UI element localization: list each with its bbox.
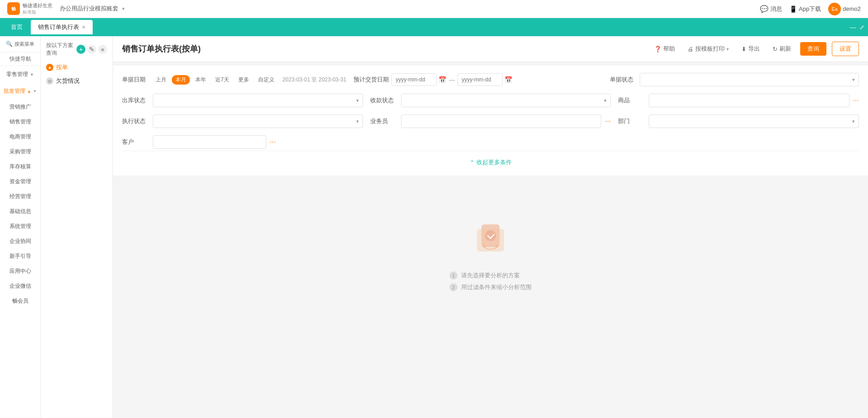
sidebar-quick-nav[interactable]: 快捷导航: [0, 52, 40, 66]
filter-area: 单据日期 上月 本月 本年 近7天 更多 自定义 2023-03-01 至 20…: [113, 66, 868, 176]
expected-date-label: 预计交货日期: [354, 76, 389, 84]
date-start-icon: 📅: [439, 76, 446, 83]
department-group: 部门 ▾: [618, 114, 859, 128]
industry-dropdown-icon[interactable]: ▾: [122, 6, 125, 12]
customer-input[interactable]: [153, 135, 266, 149]
custom-btn[interactable]: 自定义: [255, 75, 278, 85]
edit-icon: ✎: [89, 46, 94, 53]
empty-illustration: [468, 215, 513, 261]
sidebar-item-guide[interactable]: 新手引导: [0, 249, 40, 264]
last-month-btn[interactable]: 上月: [152, 75, 170, 85]
content-area: 按以下方案查询 + ✎ « ● 按单: [41, 36, 868, 418]
user-area[interactable]: Ea demo2: [828, 3, 861, 15]
more-btn[interactable]: 更多: [235, 75, 253, 85]
sidebar-item-collab[interactable]: 企业协同: [0, 234, 40, 249]
header-industry[interactable]: 办公用品行业模拟账套: [60, 5, 118, 13]
sidebar-item-basic[interactable]: 基础信息: [0, 204, 40, 219]
main-content: 销售订单执行表(按单) ❓ 帮助 🖨 按模板打印 ▾ ⬇ 导出: [113, 36, 868, 418]
print-btn[interactable]: 🖨 按模板打印 ▾: [684, 43, 732, 55]
help-btn[interactable]: ❓ 帮助: [651, 43, 679, 55]
add-scheme-btn[interactable]: +: [76, 45, 85, 54]
sidebar-item-retail[interactable]: 零售管理 ▼: [0, 66, 40, 83]
sidebar-nav-label: 快捷导航: [9, 56, 31, 62]
avatar: Ea: [828, 3, 841, 15]
sidebar-item-ecommerce[interactable]: 电商管理: [0, 129, 40, 144]
tab-minimize-icon[interactable]: —: [850, 24, 856, 31]
goods-input[interactable]: [649, 94, 849, 107]
sidebar-member-label: 畅会员: [12, 298, 28, 304]
empty-step-1: 1 请先选择要分析的方案: [449, 271, 532, 280]
this-year-btn[interactable]: 本年: [192, 75, 210, 85]
empty-step-2: 2 用过滤条件来缩小分析范围: [449, 283, 532, 291]
sidebar-item-appcenter[interactable]: 应用中心: [0, 264, 40, 279]
payment-chevron: ▾: [604, 98, 607, 104]
logo-area[interactable]: 畅 畅捷通好生意 标准版: [7, 2, 52, 15]
sidebar-item-system[interactable]: 系统管理: [0, 219, 40, 234]
refresh-btn[interactable]: ↻ 刷新: [769, 43, 795, 55]
filter-row-1: 单据日期 上月 本月 本年 近7天 更多 自定义 2023-03-01 至 20…: [122, 73, 859, 86]
salesperson-group: 业务员 ···: [370, 114, 611, 128]
sidebar-item-purchase[interactable]: 采购管理: [0, 144, 40, 159]
tab-close-icon[interactable]: ×: [82, 24, 85, 30]
svg-point-6: [495, 245, 498, 247]
sidebar-item-inventory[interactable]: 库存核算: [0, 159, 40, 174]
salesperson-input[interactable]: [401, 114, 601, 128]
tab-maximize-icon[interactable]: ⤢: [859, 24, 864, 31]
sidebar-item-wholesale[interactable]: 批发管理 ▲: [0, 83, 40, 100]
collapse-more-btn[interactable]: ⌃ 收起更多条件: [122, 155, 859, 168]
message-icon: 💬: [760, 5, 769, 13]
filter-row-4: 客户 ···: [122, 135, 859, 149]
date-range-separator: —: [449, 76, 455, 83]
last-7-days-btn[interactable]: 近7天: [212, 75, 233, 85]
query-btn[interactable]: 查询: [800, 42, 826, 56]
search-icon: 🔍: [6, 41, 13, 47]
sidebar-search[interactable]: 🔍 搜索菜单: [0, 36, 40, 52]
sidebar-search-label: 搜索菜单: [14, 41, 34, 47]
bill-status-select[interactable]: ▾: [640, 73, 859, 86]
sidebar-item-operations[interactable]: 经营管理: [0, 189, 40, 204]
step-2-num: 2: [449, 283, 458, 291]
sidebar-item-sales[interactable]: 销售管理: [0, 114, 40, 129]
message-btn[interactable]: 💬 消息: [760, 5, 782, 13]
export-btn[interactable]: ⬇ 导出: [738, 43, 764, 55]
payment-status-select[interactable]: ▾: [401, 94, 611, 107]
customer-dots[interactable]: ···: [270, 138, 276, 146]
shipment-status-select[interactable]: ▾: [153, 94, 363, 107]
sidebar-sales-label: 销售管理: [9, 119, 31, 125]
help-label: 帮助: [663, 45, 675, 53]
left-panel-item-by-order[interactable]: ● 按单: [41, 61, 113, 74]
date-range-display: 2023-03-01 至 2023-03-31: [283, 76, 346, 84]
department-select[interactable]: ▾: [649, 114, 859, 128]
top-header: 畅 畅捷通好生意 标准版 办公用品行业模拟账套 ▾ 💬 消息 📱 App下载 E…: [0, 0, 868, 18]
by-order-label: 按单: [56, 63, 68, 71]
sidebar-wholesale-label: 批发管理: [4, 87, 25, 95]
message-label: 消息: [770, 5, 782, 13]
help-icon: ❓: [654, 46, 661, 52]
svg-text:畅: 畅: [11, 6, 16, 11]
salesperson-dots[interactable]: ···: [605, 117, 611, 125]
exec-chevron: ▾: [356, 119, 359, 124]
step-2-text: 用过滤条件来缩小分析范围: [461, 283, 532, 291]
date-filter: 上月 本月 本年 近7天 更多 自定义: [152, 75, 278, 85]
exec-status-select[interactable]: ▾: [153, 114, 363, 128]
this-month-btn[interactable]: 本月: [172, 75, 190, 85]
sidebar-item-member[interactable]: 畅会员: [0, 294, 40, 309]
sidebar-item-marketing[interactable]: 营销推广: [0, 100, 40, 114]
tab-active[interactable]: 销售订单执行表 ×: [31, 20, 93, 34]
goods-dots[interactable]: ···: [853, 96, 859, 104]
settings-btn[interactable]: 设置: [832, 42, 859, 56]
exec-status-label: 执行状态: [122, 117, 149, 125]
expected-date-end[interactable]: [458, 73, 503, 86]
tab-home[interactable]: 首页: [4, 20, 30, 34]
tab-active-label: 销售订单执行表: [38, 23, 79, 31]
left-panel-item-shortage[interactable]: ⊙ 欠货情况: [41, 74, 113, 88]
sidebar-item-finance[interactable]: 资金管理: [0, 174, 40, 189]
edit-scheme-btn[interactable]: ✎: [87, 45, 96, 54]
shortage-label: 欠货情况: [56, 77, 80, 85]
sidebar-ecommerce-label: 电商管理: [9, 133, 31, 140]
expected-date-start[interactable]: [392, 73, 437, 86]
refresh-label: 刷新: [779, 45, 791, 53]
app-download-btn[interactable]: 📱 App下载: [789, 5, 821, 13]
sidebar-item-wechat[interactable]: 企业微信: [0, 279, 40, 294]
collapse-panel-btn[interactable]: «: [98, 45, 107, 54]
